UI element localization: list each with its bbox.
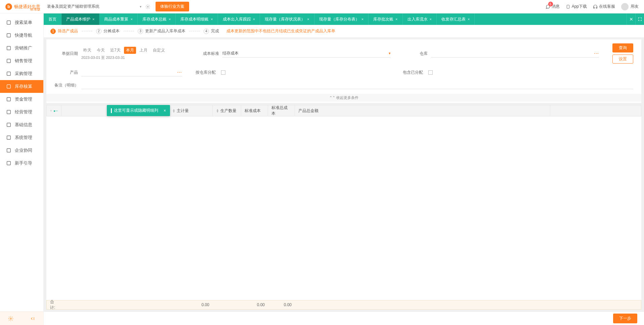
date-preset-3[interactable]: 本月 bbox=[124, 47, 136, 54]
sidebar-item-3[interactable]: 销售管理 bbox=[0, 55, 43, 67]
date-preset-5[interactable]: 自定义 bbox=[151, 47, 167, 54]
bottom-bar: 下一步 bbox=[44, 312, 644, 325]
tab-label: 商品成本重算 bbox=[104, 16, 128, 22]
alloc-by-wh-checkbox[interactable] bbox=[221, 70, 225, 75]
close-all-tabs-icon[interactable] bbox=[627, 13, 635, 25]
app-download-link[interactable]: App下载 bbox=[566, 4, 587, 9]
step-2: 3更新产成品入库单成本 bbox=[138, 28, 185, 34]
sidebar-item-7[interactable]: 经营管理 bbox=[0, 106, 43, 118]
collapse-toggle[interactable]: ⌃⌃ 收起更多条件 bbox=[46, 94, 641, 102]
tab-2[interactable]: 商品成本重算× bbox=[99, 13, 137, 25]
step-divider bbox=[82, 31, 92, 31]
column-header-3[interactable]: 标准总成本 bbox=[268, 105, 295, 116]
sidebar-item-label: 新手引导 bbox=[15, 160, 32, 166]
tab-label: 库存成本明细账 bbox=[180, 16, 209, 22]
sidebar-icon bbox=[6, 71, 11, 76]
tab-5[interactable]: 成本出入库跟踪× bbox=[218, 13, 260, 25]
svg-rect-5 bbox=[7, 46, 11, 50]
main-content: 首页产品成本维护×商品成本重算×库存成本总账×库存成本明细账×成本出入库跟踪×现… bbox=[44, 13, 644, 325]
system-selector[interactable]: 装备及固定资产辅助管理系统 ▾ bbox=[47, 4, 150, 9]
tab-10[interactable]: 收发存汇总表× bbox=[437, 13, 475, 25]
collapse-sidebar-icon[interactable] bbox=[30, 316, 35, 321]
column-config-header[interactable]: ●─ bbox=[47, 105, 61, 116]
close-tab-icon[interactable]: × bbox=[430, 17, 432, 21]
sidebar-item-5[interactable]: 库存核算 bbox=[0, 80, 43, 93]
support-link[interactable]: 在线客服 bbox=[593, 4, 615, 9]
sidebar-icon bbox=[6, 97, 11, 102]
tab-6[interactable]: 现存量（库存状况表）× bbox=[260, 13, 314, 25]
date-preset-2[interactable]: 近7天 bbox=[108, 47, 123, 54]
tab-label: 库存批次账 bbox=[373, 16, 393, 22]
remark-input[interactable] bbox=[81, 81, 633, 89]
date-preset-4[interactable]: 上月 bbox=[137, 47, 149, 54]
phone-icon bbox=[566, 4, 570, 9]
industry-plan-button[interactable]: 体验行业方案 bbox=[156, 2, 189, 11]
sidebar-item-4[interactable]: 采购管理 bbox=[0, 67, 43, 80]
user-menu[interactable]: 用友 bbox=[621, 3, 639, 10]
svg-rect-6 bbox=[7, 59, 11, 63]
settings-button[interactable]: 设置 bbox=[612, 55, 633, 64]
column-header-1[interactable]: ▲▼生产数量 bbox=[213, 105, 241, 116]
close-tab-icon[interactable]: × bbox=[211, 17, 213, 21]
sort-icon[interactable]: ▲▼ bbox=[216, 109, 219, 113]
warehouse-select[interactable]: ⋯ bbox=[431, 49, 599, 58]
date-preset-1[interactable]: 今天 bbox=[95, 47, 107, 54]
close-tab-icon[interactable]: × bbox=[92, 17, 94, 21]
sidebar-item-0[interactable]: 搜索菜单 bbox=[0, 16, 43, 29]
product-label: 产品 bbox=[54, 70, 78, 75]
avatar bbox=[621, 3, 629, 10]
user-label: 用友 bbox=[631, 4, 639, 9]
close-popover-icon[interactable]: × bbox=[164, 108, 166, 113]
sort-icon[interactable]: ▲▼ bbox=[172, 109, 175, 113]
tab-9[interactable]: 出入库流水× bbox=[403, 13, 437, 25]
column-header-2[interactable]: 标准成本 bbox=[241, 105, 268, 116]
date-preset-0[interactable]: 昨天 bbox=[81, 47, 93, 54]
gear-icon[interactable] bbox=[145, 4, 150, 9]
date-presets: 昨天今天近7天本月上月自定义 bbox=[81, 47, 182, 54]
sidebar-item-10[interactable]: 企业协同 bbox=[0, 144, 43, 157]
cost-std-select[interactable]: 结存成本 ▾ bbox=[222, 49, 391, 58]
close-tab-icon[interactable]: × bbox=[307, 17, 309, 21]
messages-link[interactable]: 消息 6 bbox=[546, 4, 560, 9]
popover-text: 这里可显示或隐藏明细列 bbox=[114, 108, 158, 113]
product-select[interactable]: ⋯ bbox=[81, 68, 182, 76]
tab-4[interactable]: 库存成本明细账× bbox=[176, 13, 218, 25]
query-button[interactable]: 查询 bbox=[612, 43, 633, 52]
date-label: 单据日期 bbox=[54, 51, 78, 57]
sidebar-item-9[interactable]: 系统管理 bbox=[0, 131, 43, 144]
sidebar-icon bbox=[6, 33, 11, 38]
svg-rect-9 bbox=[7, 98, 11, 101]
tab-8[interactable]: 库存批次账× bbox=[369, 13, 402, 25]
tab-1[interactable]: 产品成本维护× bbox=[61, 13, 99, 25]
settings-icon[interactable] bbox=[8, 316, 13, 321]
more-icon: ⋯ bbox=[177, 70, 182, 75]
column-header-4[interactable]: 产品总金额 bbox=[295, 105, 550, 116]
close-tab-icon[interactable]: × bbox=[395, 17, 397, 21]
sidebar-item-1[interactable]: 快捷导航 bbox=[0, 29, 43, 42]
tab-label: 成本出入库跟踪 bbox=[223, 16, 251, 22]
svg-rect-7 bbox=[7, 72, 11, 76]
tab-3[interactable]: 库存成本总账× bbox=[138, 13, 176, 25]
column-header-0[interactable]: ▲▼主计量 bbox=[169, 105, 213, 116]
sidebar-item-label: 快捷导航 bbox=[15, 32, 32, 38]
step-number: 4 bbox=[204, 29, 209, 34]
sidebar-item-11[interactable]: 新手引导 bbox=[0, 157, 43, 170]
close-tab-icon[interactable]: × bbox=[130, 17, 132, 21]
next-button[interactable]: 下一步 bbox=[613, 314, 637, 323]
sidebar-item-8[interactable]: 基础信息 bbox=[0, 118, 43, 131]
tab-7[interactable]: 现存量（库存分布表）× bbox=[314, 13, 369, 25]
sidebar-item-2[interactable]: 营销推广 bbox=[0, 42, 43, 55]
tab-label: 首页 bbox=[48, 16, 56, 22]
step-divider bbox=[124, 31, 134, 31]
cost-std-label: 成本标准 bbox=[196, 51, 219, 57]
tab-0[interactable]: 首页 bbox=[44, 13, 61, 25]
close-tab-icon[interactable]: × bbox=[468, 17, 470, 21]
footer-cell-1 bbox=[213, 300, 241, 309]
sidebar-item-6[interactable]: 资金管理 bbox=[0, 93, 43, 106]
close-tab-icon[interactable]: × bbox=[253, 17, 255, 21]
fullscreen-icon[interactable] bbox=[635, 13, 644, 25]
include-allocated-checkbox[interactable] bbox=[428, 70, 433, 75]
close-tab-icon[interactable]: × bbox=[361, 17, 363, 21]
headset-icon bbox=[593, 4, 598, 9]
close-tab-icon[interactable]: × bbox=[169, 17, 171, 21]
